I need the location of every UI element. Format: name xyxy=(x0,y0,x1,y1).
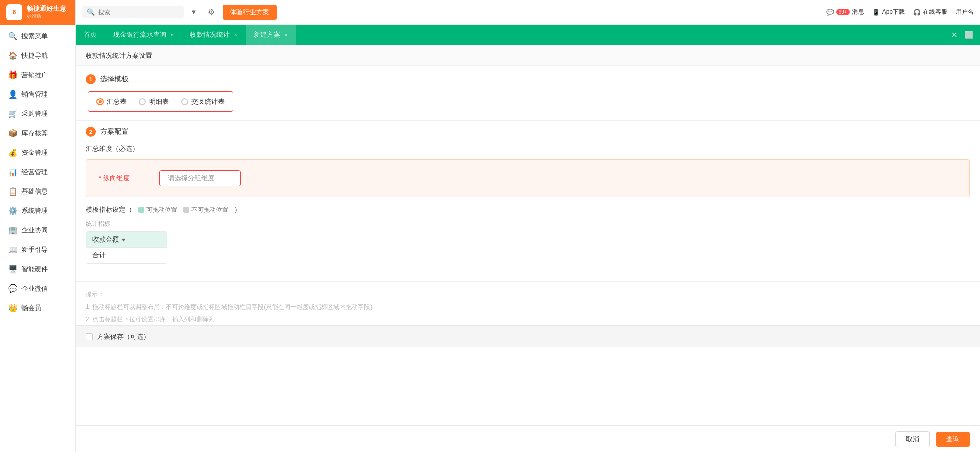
notification-item[interactable]: 💬 99+ 消息 xyxy=(826,8,864,16)
logo-text-group: 畅捷通好生意 标准版 xyxy=(27,5,66,20)
bottom-bar: 取消 查询 xyxy=(76,425,980,452)
download-label: App下载 xyxy=(882,8,905,16)
sidebar-item-label: 采购管理 xyxy=(21,109,48,118)
sidebar-item-label: 库存核算 xyxy=(21,129,48,138)
guide-icon: 📖 xyxy=(8,245,17,254)
sidebar-item-enterprise[interactable]: 🏢企业协同 xyxy=(0,221,75,240)
metric-section-label: 统计指标 xyxy=(86,220,970,228)
sidebar-item-label: 畅会员 xyxy=(21,303,41,313)
metric-table: 收款金额 ▾ 合计 xyxy=(86,231,167,264)
sidebar-item-guide[interactable]: 📖新手引导 xyxy=(0,240,75,259)
logo-text: 畅捷通好生意 xyxy=(27,5,66,13)
sidebar-item-label: 企业协同 xyxy=(21,226,48,235)
hardware-icon: 🖥️ xyxy=(8,265,17,274)
metric-header-dropdown-icon[interactable]: ▾ xyxy=(122,236,125,243)
search-menu-icon: 🔍 xyxy=(8,32,17,41)
save-label: 方案保存（可选） xyxy=(97,332,150,341)
sidebar-item-wechat[interactable]: 💬企业微信 xyxy=(0,279,75,298)
main-area: 🔍 ▼ ⚙ 体验行业方案 💬 99+ 消息 📱 App下载 🎧 在线客服 用户名 xyxy=(76,0,980,452)
sidebar-item-purchase[interactable]: 🛒采购管理 xyxy=(0,104,75,124)
sidebar-item-marketing[interactable]: 🎁营销推广 xyxy=(0,65,75,85)
content-area: 收款情况统计方案设置 1 选择模板 汇总表 明细表 xyxy=(76,45,980,452)
dimension-row: * 纵向维度 —— 请选择分组维度 xyxy=(99,170,957,186)
tab-receipt-stats[interactable]: 收款情况统计× xyxy=(182,25,245,45)
sidebar-item-member[interactable]: 👑畅会员 xyxy=(0,298,75,318)
radio-crosstab[interactable]: 交叉统计表 xyxy=(181,97,225,106)
wechat-icon: 💬 xyxy=(8,284,17,293)
radio-detail[interactable]: 明细表 xyxy=(139,97,169,106)
metric-header-row[interactable]: 收款金额 ▾ xyxy=(86,232,167,247)
sidebar-item-quick-nav[interactable]: 🏠快捷导航 xyxy=(0,46,75,65)
tips-title: 提示： xyxy=(86,290,970,299)
sidebar-item-sales[interactable]: 👤销售管理 xyxy=(0,85,75,104)
tips-area: 提示： 1. 拖动标题栏可以调整布局，不可跨维度或指标区域拖动栏目字段(只能在同… xyxy=(76,281,980,325)
sidebar-item-label: 新手引导 xyxy=(21,245,48,254)
tab-close-bank-flow[interactable]: × xyxy=(170,32,174,38)
tab-close-receipt-stats[interactable]: × xyxy=(234,32,237,38)
tab-home[interactable]: 首页 xyxy=(76,25,105,45)
sidebar-item-label: 资金管理 xyxy=(21,148,48,157)
sidebar-item-system[interactable]: ⚙️系统管理 xyxy=(0,201,75,221)
metric-table-wrapper: 统计指标 收款金额 ▾ 合计 xyxy=(86,220,970,265)
radio-summary[interactable]: 汇总表 xyxy=(96,97,127,106)
tab-new-plan[interactable]: 新建方案× xyxy=(246,25,296,45)
tab-close-new-plan[interactable]: × xyxy=(284,32,287,38)
step1-label: 1 选择模板 xyxy=(86,74,970,84)
user-name[interactable]: 用户名 xyxy=(955,8,974,16)
settings-icon[interactable]: ⚙ xyxy=(204,5,218,19)
close-window-btn[interactable]: ✕ xyxy=(949,30,960,40)
non-draggable-label: 不可拖动位置 xyxy=(191,206,228,215)
sidebar-item-label: 销售管理 xyxy=(21,90,48,99)
notification-badge: 99+ xyxy=(836,9,850,15)
sidebar-item-label: 快捷导航 xyxy=(21,51,48,60)
sidebar-item-label: 经营管理 xyxy=(21,168,48,177)
service-icon: 🎧 xyxy=(913,9,921,16)
step2-section: 2 方案配置 汇总维度（必选） * 纵向维度 —— 请选择分组维度 模板指标设定… xyxy=(76,120,980,281)
header-dropdown-btn[interactable]: ▼ xyxy=(188,6,200,18)
step2-label: 2 方案配置 xyxy=(86,127,970,137)
non-draggable-tag: 不可拖动位置 xyxy=(183,206,228,215)
step2-circle: 2 xyxy=(86,127,96,137)
sales-icon: 👤 xyxy=(8,90,17,99)
sidebar-menu: 🔍搜索菜单🏠快捷导航🎁营销推广👤销售管理🛒采购管理📦库存核算💰资金管理📊经营管理… xyxy=(0,25,75,452)
save-checkbox[interactable] xyxy=(86,333,93,340)
dimension-input[interactable]: 请选择分组维度 xyxy=(159,170,241,186)
query-button[interactable]: 查询 xyxy=(936,432,970,447)
download-icon: 📱 xyxy=(872,9,880,16)
metric-settings-title: 模板指标设定（ xyxy=(86,205,132,215)
tab-bank-flow[interactable]: 现金银行流水查询× xyxy=(105,25,182,45)
logo-icon: 6 xyxy=(6,4,22,20)
dimension-label: * 纵向维度 xyxy=(99,174,130,183)
sidebar-item-label: 智能硬件 xyxy=(21,265,48,274)
step1-circle: 1 xyxy=(86,74,96,84)
metric-body-row: 合计 xyxy=(86,247,167,263)
draggable-label: 可拖动位置 xyxy=(146,206,177,215)
radio-detail-circle xyxy=(139,98,146,105)
sidebar-item-basic-info[interactable]: 📋基础信息 xyxy=(0,182,75,201)
download-item[interactable]: 📱 App下载 xyxy=(872,8,905,16)
radio-summary-circle xyxy=(96,98,104,105)
header-actions: 💬 99+ 消息 📱 App下载 🎧 在线客服 用户名 xyxy=(826,8,974,16)
inventory-icon: 📦 xyxy=(8,129,17,138)
service-item[interactable]: 🎧 在线客服 xyxy=(913,8,947,16)
trial-button[interactable]: 体验行业方案 xyxy=(223,5,277,20)
search-input[interactable] xyxy=(98,9,169,16)
sidebar-item-search-menu[interactable]: 🔍搜索菜单 xyxy=(0,27,75,46)
finance-icon: 💰 xyxy=(8,148,17,157)
radio-summary-dot xyxy=(99,100,102,103)
metric-body-text: 合计 xyxy=(92,251,106,260)
sidebar-item-inventory[interactable]: 📦库存核算 xyxy=(0,124,75,143)
sidebar-item-label: 系统管理 xyxy=(21,206,48,216)
page-title: 收款情况统计方案设置 xyxy=(76,45,980,66)
sidebar-item-operations[interactable]: 📊经营管理 xyxy=(0,162,75,182)
tips-item2: 2. 点击标题栏下拉可设置排序、插入列和删除列 xyxy=(86,313,970,325)
page-content: 收款情况统计方案设置 1 选择模板 汇总表 明细表 xyxy=(76,45,980,425)
sidebar-item-finance[interactable]: 💰资金管理 xyxy=(0,143,75,162)
maximize-window-btn[interactable]: ⬜ xyxy=(964,30,974,40)
tab-label-receipt-stats: 收款情况统计 xyxy=(190,30,230,39)
sidebar-logo: 6 畅捷通好生意 标准版 xyxy=(0,0,75,25)
sidebar-item-hardware[interactable]: 🖥️智能硬件 xyxy=(0,259,75,279)
metric-header-text: 收款金额 xyxy=(92,235,119,244)
cancel-button[interactable]: 取消 xyxy=(895,431,930,447)
metric-settings-header: 模板指标设定（ 可拖动位置 不可拖动位置 ） xyxy=(86,205,970,215)
